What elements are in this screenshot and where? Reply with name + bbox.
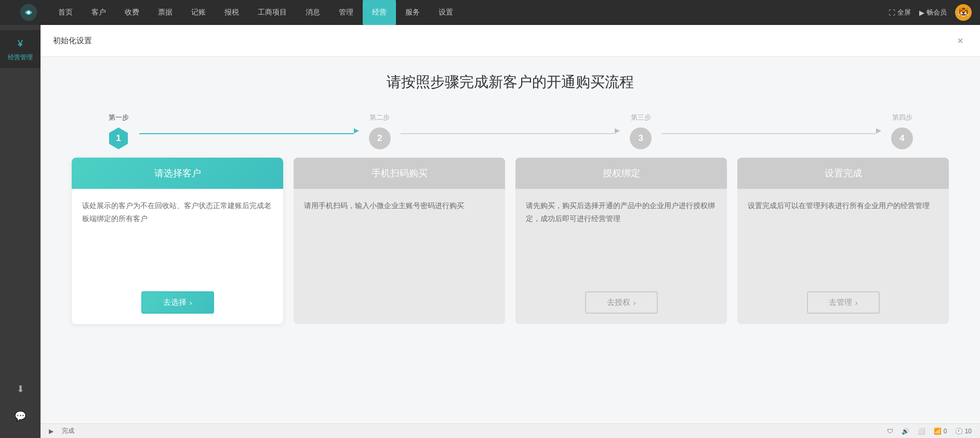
shield-icon: 🛡	[887, 428, 893, 435]
svg-point-1	[27, 11, 30, 14]
nav-tax[interactable]: 报税	[215, 0, 248, 25]
nav-business[interactable]: 工商项目	[248, 0, 296, 25]
nav-manage[interactable]: 管理	[329, 0, 363, 25]
page-title: 初始化设置	[53, 36, 92, 46]
sidebar-support[interactable]: 💬	[0, 403, 41, 430]
yuan-icon: ¥	[13, 36, 28, 51]
card-3-body: 请先购买，购买后选择开通的产品中的企业用户进行授权绑定，成功后即可进行经营管理	[515, 189, 727, 283]
nav-billing[interactable]: 收费	[115, 0, 149, 25]
card-4-body: 设置完成后可以在管理列表进行所有企业用户的经营管理	[737, 189, 949, 283]
step-2-circle: 2	[369, 127, 391, 149]
step-1-action-button[interactable]: 去选择 ›	[141, 291, 214, 314]
member-button[interactable]: ▶ 畅会员	[919, 8, 947, 17]
status-bar: ▶ 完成 🛡 🔊 ⬜ 📶 0 🕙 10	[41, 423, 980, 438]
nav-bookkeeping[interactable]: 记账	[182, 0, 215, 25]
status-bar-right: 🛡 🔊 ⬜ 📶 0 🕙 10	[887, 428, 972, 435]
step-4-circle: 4	[891, 127, 913, 149]
nav-settings[interactable]: 设置	[429, 0, 462, 25]
sidebar: ¥ 经营管理 ⬇ 💬	[0, 25, 41, 438]
step-card-2: 手机扫码购买 请用手机扫码，输入小微企业主账号密码进行购买	[294, 158, 505, 324]
card-1-body: 该处展示的客户为不在回收站、客户状态正常建账后完成老板端绑定的所有客户	[72, 189, 283, 283]
nav-invoice[interactable]: 票据	[149, 0, 182, 25]
connector-1-2: ▶	[139, 127, 359, 136]
support-icon: 💬	[13, 409, 28, 423]
setup-content: 请按照步骤完成新客户的开通购买流程 第一步 1 ▶ 第二步 2	[41, 57, 980, 423]
connector-2-3: ▶	[401, 127, 620, 136]
fullscreen-icon: ⛶	[889, 9, 895, 17]
play-icon: ▶	[919, 9, 924, 17]
nav-operation[interactable]: 经营	[363, 0, 396, 25]
card-4-footer: 去管理 ›	[737, 283, 949, 324]
page-header: 初始化设置 ×	[41, 25, 980, 57]
main-content: 初始化设置 × 请按照步骤完成新客户的开通购买流程 第一步 1 ▶	[41, 25, 980, 438]
nav-home[interactable]: 首页	[49, 0, 82, 25]
app-logo	[8, 3, 49, 22]
fullscreen-button[interactable]: ⛶ 全屏	[889, 8, 911, 17]
sidebar-download[interactable]: ⬇	[0, 376, 41, 403]
nav-service[interactable]: 服务	[396, 0, 429, 25]
step-3-circle: 3	[630, 127, 652, 149]
volume-icon: 🔊	[902, 428, 909, 435]
nav-menu: 首页 客户 收费 票据 记账 报税 工商项目 消息 管理 经营 服务 设置	[49, 0, 889, 25]
card-3-header: 授权绑定	[515, 158, 727, 189]
chevron-right-icon-3: ›	[633, 298, 636, 307]
sidebar-bottom: ⬇ 💬	[0, 376, 41, 438]
status-text: 完成	[62, 427, 74, 435]
card-3-footer: 去授权 ›	[515, 283, 727, 324]
user-avatar[interactable]: 🐯	[955, 4, 972, 21]
nav-right-actions: ⛶ 全屏 ▶ 畅会员 🐯	[889, 4, 972, 21]
step-3-block: 第三步 3	[620, 113, 661, 149]
sidebar-item-operation[interactable]: ¥ 经营管理	[0, 30, 41, 68]
close-button[interactable]: ×	[953, 33, 968, 48]
chevron-right-icon-4: ›	[855, 298, 858, 307]
clock-indicator: 🕙 10	[955, 428, 972, 435]
step-3-label: 第三步	[631, 113, 651, 122]
step-3-action-button[interactable]: 去授权 ›	[585, 291, 658, 314]
play-status-icon: ▶	[49, 428, 54, 435]
screen-icon: ⬜	[918, 428, 925, 435]
step-4-block: 第四步 4	[881, 113, 923, 149]
step-1-block: 第一步 1	[98, 113, 139, 149]
step-2-block: 第二步 2	[359, 113, 401, 149]
step-card-4: 设置完成 设置完成后可以在管理列表进行所有企业用户的经营管理 去管理 ›	[737, 158, 949, 324]
steps-row: 第一步 1 ▶ 第二步 2 ▶	[72, 113, 949, 149]
step-4-label: 第四步	[892, 113, 912, 122]
main-layout: ¥ 经营管理 ⬇ 💬 初始化设置 × 请按照步骤完成新客户的开通购买流程	[0, 25, 980, 438]
nav-message[interactable]: 消息	[296, 0, 329, 25]
step-4-action-button[interactable]: 去管理 ›	[807, 291, 880, 314]
step-1-circle: 1	[108, 127, 129, 149]
step-card-1: 请选择客户 该处展示的客户为不在回收站、客户状态正常建账后完成老板端绑定的所有客…	[72, 158, 283, 324]
step-1-label: 第一步	[109, 113, 129, 122]
download-icon: ⬇	[13, 382, 28, 396]
step-2-label: 第二步	[369, 113, 390, 122]
nav-customer[interactable]: 客户	[82, 0, 115, 25]
cards-row: 请选择客户 该处展示的客户为不在回收站、客户状态正常建账后完成老板端绑定的所有客…	[72, 158, 949, 324]
signal-indicator: 📶 0	[934, 428, 947, 435]
setup-main-title: 请按照步骤完成新客户的开通购买流程	[72, 72, 949, 92]
card-1-header: 请选择客户	[72, 158, 283, 189]
chevron-right-icon: ›	[190, 298, 192, 307]
card-2-body: 请用手机扫码，输入小微企业主账号密码进行购买	[294, 189, 505, 305]
step-card-3: 授权绑定 请先购买，购买后选择开通的产品中的企业用户进行授权绑定，成功后即可进行…	[515, 158, 727, 324]
card-1-footer: 去选择 ›	[72, 283, 283, 324]
top-navigation: 首页 客户 收费 票据 记账 报税 工商项目 消息 管理 经营 服务 设置 ⛶ …	[0, 0, 980, 25]
card-4-header: 设置完成	[737, 158, 949, 189]
card-2-header: 手机扫码购买	[294, 158, 505, 189]
connector-3-4: ▶	[661, 127, 881, 136]
card-2-footer	[294, 305, 505, 324]
